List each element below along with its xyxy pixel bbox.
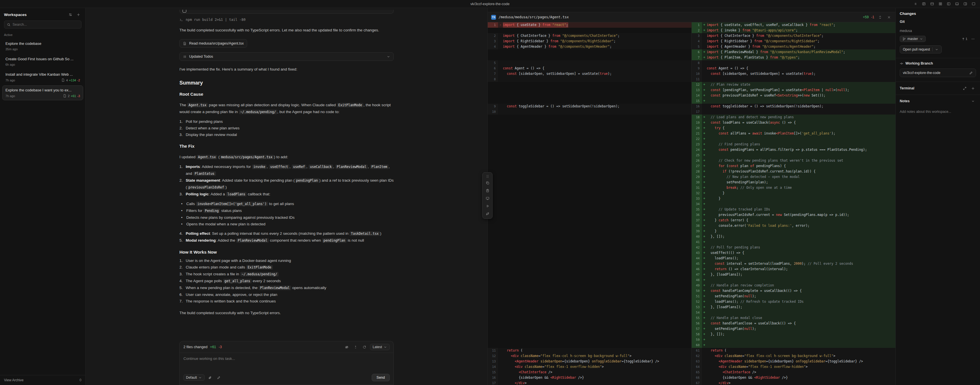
code-text (707, 136, 896, 142)
floating-toolbar (482, 172, 493, 219)
close-diff-button[interactable] (886, 14, 892, 20)
tool-call-read-file[interactable]: Read medusa/src/pages/Agent.tsx (180, 39, 247, 48)
terminal-expand-button[interactable] (961, 85, 968, 91)
tool-call-command[interactable]: npm run build 2>&1 | tail -80 (180, 18, 394, 22)
mode-label: Default (186, 375, 197, 380)
workspace-item[interactable]: Install and integrate Vibe Kanban Web ..… (2, 70, 83, 84)
workspace-item[interactable]: Explore the codebase I want you to ex...… (2, 85, 83, 100)
diff-sign: + (702, 337, 707, 342)
working-branch-value: vk/3ccf-explore-the-code (903, 71, 967, 75)
notes-section: Notes (896, 94, 980, 107)
git-more-button[interactable] (970, 36, 976, 42)
pause-button[interactable] (912, 1, 919, 7)
code-text: const toggleSidebar = () => setSidebarOp… (707, 104, 896, 109)
columns-button[interactable] (921, 1, 927, 7)
notes-collapse-button[interactable] (970, 98, 976, 104)
chevron-down-icon[interactable] (387, 55, 390, 59)
workspace-title: Explore the codebase (5, 41, 80, 46)
diff-line: 1-import { useState } from "react"; (488, 22, 691, 28)
diff-line: 62 <div className="flex flex-col h-scree… (692, 353, 896, 359)
mode-dropdown[interactable]: Default (183, 374, 205, 381)
paperclip-icon (208, 376, 212, 380)
attach-button[interactable] (207, 374, 213, 381)
diff-line: 21+ const allPlans = await invoke<PlanIt… (692, 131, 896, 136)
diff-line: 26+ // Check for new pending plans that … (692, 158, 896, 163)
version-dropdown[interactable]: Latest (370, 344, 390, 350)
message-composer: Continue working on this task... Default… (180, 353, 394, 385)
code-text: // Find pending plans (707, 142, 896, 147)
workspace-search[interactable] (4, 21, 81, 29)
diff-body[interactable]: 1-import { useState } from "react";2impo… (488, 22, 896, 385)
new-workspace-button[interactable] (75, 11, 81, 18)
hide-diff-button[interactable] (344, 344, 350, 350)
grid-button[interactable] (937, 1, 943, 7)
diff-line: 28+ if (!previousPlanIdsRef.current.has(… (692, 169, 896, 174)
code-text: setPendingPlan(null); (707, 326, 896, 332)
line-number: 8 (692, 60, 702, 66)
code-text (707, 109, 896, 115)
notes-placeholder[interactable]: Add notes about this workspace... (896, 107, 980, 116)
rows-button[interactable] (929, 1, 935, 7)
line-number: 3 (488, 38, 498, 44)
bullet-list-item: •Calls invoke<PlanItem[]>('get_all_plans… (180, 200, 394, 207)
diff-sign: + (702, 169, 707, 174)
grid-icon (939, 2, 942, 6)
code-text: const [sidebarOpen, setSidebarOpen] = us… (707, 71, 896, 76)
monitor-button[interactable] (484, 195, 491, 202)
line-number: 56 (692, 321, 702, 326)
terminal-add-button[interactable] (970, 85, 976, 91)
code-text: console.error('Failed to load plans:', e… (707, 223, 896, 229)
diff-icon (354, 345, 358, 349)
working-branch-input[interactable]: vk/3ccf-explore-the-code (900, 68, 976, 77)
line-number: 1 (692, 22, 702, 28)
code-text: const allPlans = await invoke<PlanItem[]… (707, 131, 896, 136)
panel-bottom-button[interactable] (954, 1, 960, 7)
tool-icon (183, 10, 186, 13)
diff-sign: + (702, 239, 707, 245)
list-marker: • (181, 200, 186, 207)
drag-handle[interactable] (484, 174, 491, 178)
diff-sign (702, 104, 707, 109)
line-number: 6 (488, 66, 498, 71)
view-archive-link[interactable]: View Archive (4, 378, 24, 382)
chat-scroll-area[interactable]: npm run build 2>&1 | tail -80The build c… (86, 8, 487, 339)
clipboard-button[interactable] (484, 187, 491, 194)
git-compare-button[interactable] (484, 210, 491, 217)
workspaces-layout-button[interactable] (67, 11, 73, 18)
clipboard-icon (486, 189, 489, 192)
play-button[interactable] (484, 202, 491, 209)
history-button[interactable] (361, 344, 368, 350)
composer-toolbar: Default Send (183, 374, 390, 381)
diff-view-button[interactable] (352, 344, 359, 350)
message-input[interactable]: Continue working on this task... (183, 356, 390, 374)
annotate-button[interactable] (215, 374, 222, 381)
file-text-icon (183, 42, 186, 45)
terminal-section-label: Terminal (900, 86, 914, 90)
diff-line: 52+ loadPlans(); // Refresh to update tr… (692, 299, 896, 304)
workspace-item[interactable]: Create Good First Issues on Github So ..… (2, 54, 83, 69)
workspace-item[interactable]: Explore the codebase35m ago (2, 39, 83, 53)
diff-line: 47+ }, [loadPlans]); (692, 272, 896, 277)
titlebar-actions (912, 1, 977, 7)
line-number: 25 (692, 153, 702, 158)
list-item-text: Filters for Pending status plans (186, 207, 242, 214)
window-button[interactable] (970, 1, 977, 7)
inline-code: Agent.tsx (197, 155, 217, 159)
chevron-down-icon (971, 99, 975, 103)
line-number: 51 (692, 294, 702, 299)
copy-button[interactable] (484, 179, 491, 186)
line-number: 2 (692, 28, 702, 33)
panel-left-button[interactable] (945, 1, 952, 7)
panel-right-button[interactable] (962, 1, 968, 7)
search-input[interactable] (13, 22, 79, 27)
files-changed-label: 2 files changed (183, 345, 207, 349)
open-pull-request-button[interactable]: Open pull request (900, 45, 942, 53)
bullet-list-item: •Filters for Pending status plans (180, 207, 394, 214)
todo-list-card[interactable]: Updated Todos (180, 52, 394, 61)
send-button[interactable]: Send (372, 374, 390, 381)
unfold-diff-button[interactable] (877, 14, 883, 20)
line-number: 8 (488, 76, 498, 82)
diff-sign: + (702, 326, 707, 332)
line-number: 14 (488, 364, 498, 369)
branch-selector[interactable]: master (900, 36, 926, 42)
